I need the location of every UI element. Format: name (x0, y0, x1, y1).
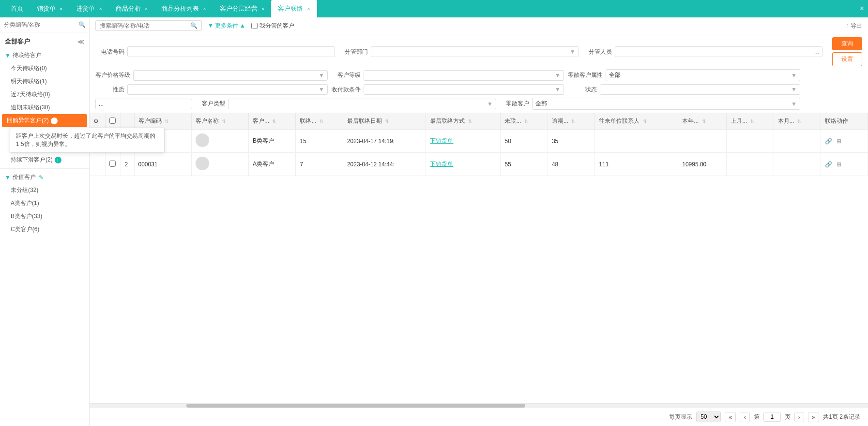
nav-product-analysis[interactable]: 商品分析 × (109, 0, 154, 17)
cell-last-method-1[interactable]: 下销货单 (426, 153, 501, 176)
next-page-button[interactable]: › (794, 412, 804, 422)
all-customers-label: 全部客户 (5, 37, 30, 46)
sidebar-section-pending[interactable]: ▼ 待联络客户 (0, 49, 89, 62)
extra-dots-select[interactable]: ... (95, 99, 192, 109)
action-buttons: 查询 设置 (832, 37, 862, 66)
col-contact[interactable]: 联络... ⇅ (296, 113, 343, 130)
col-action: 联络动作 (821, 113, 868, 130)
nav-sales-order[interactable]: 销货单 × (30, 0, 69, 17)
col-type[interactable]: 客户... ⇅ (249, 113, 296, 130)
price-level-select[interactable]: ▼ (133, 70, 328, 81)
sidebar-item-abnormal-repurchase[interactable]: 回购异常客户(2) i (2, 114, 87, 127)
filter-retail-attr: 零散客户属性 全部 ▼ (568, 69, 800, 81)
sidebar-item-ungroup[interactable]: 未分组(32) (0, 184, 89, 197)
select-all-checkbox[interactable] (109, 118, 116, 124)
status-select[interactable]: ▼ (600, 84, 800, 95)
nav-close-sales[interactable]: × (60, 0, 62, 17)
col-name[interactable]: 客户名称 ⇅ (191, 113, 248, 130)
nav-close-product-list[interactable]: × (203, 0, 206, 17)
sidebar-item-tomorrow[interactable]: 明天待联络(1) (0, 75, 89, 88)
cell-last-method-0[interactable]: 下销货单 (426, 130, 501, 153)
nav-product-analysis-list[interactable]: 商品分析列表 × (154, 0, 213, 17)
close-all-tabs[interactable]: × (860, 4, 864, 13)
action-link-icon-1[interactable]: 🔗 (825, 161, 832, 168)
nav-home[interactable]: 首页 (4, 0, 30, 17)
sidebar-body: 全部客户 ≪ ▼ 待联络客户 今天待联络(0) 明天待联络(1) 近7天待联络(… (0, 32, 89, 426)
sidebar-item-today[interactable]: 今天待联络(0) (0, 62, 89, 75)
col-code[interactable]: 客户编码 ⇅ (134, 113, 191, 130)
col-uncontacted[interactable]: 未联... ⇅ (501, 113, 548, 130)
sidebar-item-c-class[interactable]: C类客户(6) (0, 223, 89, 236)
cell-contact-0: 15 (296, 130, 343, 153)
nav-customer-contact[interactable]: 客户联络 × (271, 0, 317, 17)
col-last-method[interactable]: 最后联络方式 ⇅ (426, 113, 501, 130)
person-select[interactable]: ... (615, 46, 822, 57)
customer-search-input[interactable] (100, 22, 190, 29)
page-number-input[interactable] (763, 412, 781, 422)
nav-close-purchase[interactable]: × (99, 0, 102, 17)
first-page-button[interactable]: « (725, 412, 736, 422)
my-customers-filter: 我分管的客户 (251, 22, 294, 30)
col-contacts-from[interactable]: 往来单位联系人 ⇅ (595, 113, 678, 130)
sidebar-search-input[interactable] (4, 21, 76, 28)
retail-customer-select[interactable]: 全部 ▼ (532, 98, 800, 110)
cell-action-1: 🔗 ⊞ (821, 153, 868, 176)
nav-purchase-order[interactable]: 进货单 × (69, 0, 108, 17)
scrollbar-thumb[interactable] (186, 404, 525, 408)
avatar-1 (196, 157, 209, 170)
payment-select[interactable]: ▼ (364, 84, 564, 95)
price-level-caret: ▼ (319, 72, 324, 79)
filter-row-1: 电话号码 分管部门 ▼ 分管人员 ... (95, 37, 862, 66)
prev-page-button[interactable]: ‹ (740, 412, 749, 422)
link-method-1[interactable]: 下销货单 (430, 161, 453, 167)
link-method-0[interactable]: 下销货单 (430, 137, 453, 144)
search-box: 🔍 (95, 20, 202, 31)
sidebar-section-value[interactable]: ▼ 价值客户 ✎ (0, 171, 89, 184)
export-button[interactable]: ↑ 导出 (846, 22, 862, 30)
action-more-icon-1[interactable]: ⊞ (837, 161, 841, 168)
col-last-month[interactable]: 上月... ⇅ (727, 113, 774, 130)
my-customers-checkbox[interactable] (251, 23, 258, 29)
sidebar-item-b-class[interactable]: B类客户(33) (0, 210, 89, 223)
cell-this-month-0 (774, 130, 821, 153)
customer-level-select[interactable]: ▼ (364, 70, 564, 81)
edit-icon-value[interactable]: ✎ (39, 174, 44, 181)
sidebar-item-7days[interactable]: 近7天待联络(0) (0, 88, 89, 101)
dept-select[interactable]: ▼ (371, 46, 579, 57)
col-settings[interactable]: ⚙ (90, 113, 105, 130)
filter-status: 状态 ▼ (568, 84, 800, 95)
more-conditions-button[interactable]: ▼ 更多条件 ▲ (208, 22, 245, 30)
action-link-icon-0[interactable]: 🔗 (825, 138, 832, 145)
filter-top-bar: 🔍 ▼ 更多条件 ▲ 我分管的客户 ↑ 导出 (90, 17, 868, 34)
sidebar-collapse-icon[interactable]: ≪ (77, 38, 84, 45)
sidebar-item-a-class[interactable]: A类客户(1) (0, 197, 89, 210)
customers-table: ⚙ 客户编码 ⇅ 客户名称 ⇅ 客户... ⇅ 联络... ⇅ 最后联络日期 ⇅… (90, 113, 868, 176)
nav-close-product[interactable]: × (145, 0, 148, 17)
per-page-select[interactable]: 50 20 100 (696, 411, 721, 422)
col-this-year[interactable]: 本年... ⇅ (678, 113, 727, 130)
row-checkbox-1[interactable] (109, 161, 116, 167)
action-more-icon-0[interactable]: ⊞ (837, 138, 841, 145)
horizontal-scrollbar[interactable] (90, 403, 868, 407)
query-button[interactable]: 查询 (832, 37, 862, 50)
retail-attr-select[interactable]: 全部 ▼ (606, 69, 800, 81)
settings-button[interactable]: 设置 (832, 52, 862, 66)
cell-contacts-from-0 (595, 130, 678, 153)
sidebar-item-overdue[interactable]: 逾期未联络(30) (0, 101, 89, 114)
cell-action-0: 🔗 ⊞ (821, 130, 868, 153)
nature-select[interactable]: ▼ (127, 84, 328, 95)
customer-type-select[interactable]: ▼ (228, 99, 496, 109)
nav-close-tier[interactable]: × (261, 0, 264, 17)
sidebar-all-customers[interactable]: 全部客户 ≪ (0, 34, 89, 49)
filter-expanded-rows: 电话号码 分管部门 ▼ 分管人员 ... (90, 34, 868, 113)
filter-retail-customer: 零散客户 全部 ▼ (500, 98, 800, 110)
col-last-date[interactable]: 最后联络日期 ⇅ (343, 113, 426, 130)
nav-customer-tier[interactable]: 客户分层经营 × (213, 0, 271, 17)
col-overdue[interactable]: 逾期... ⇅ (548, 113, 594, 130)
nav-close-contact[interactable]: × (307, 0, 310, 17)
sidebar-item-declining[interactable]: 持续下滑客户(2) i (0, 153, 89, 166)
phone-input[interactable] (127, 46, 335, 57)
cell-this-month-1 (774, 153, 821, 176)
col-this-month[interactable]: 本月... ⇅ (774, 113, 821, 130)
last-page-button[interactable]: » (808, 412, 819, 422)
